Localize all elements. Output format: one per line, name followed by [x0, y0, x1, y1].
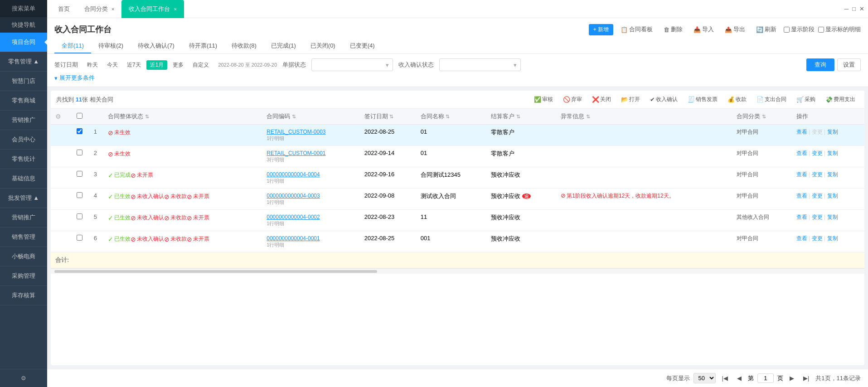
contract-name-cell: 11: [416, 210, 486, 231]
row-checkbox-2[interactable]: [77, 171, 82, 177]
status-tab-pending-payment[interactable]: 待收款(8): [224, 39, 264, 53]
sidebar-item-retail-stats[interactable]: 零售统计: [0, 150, 47, 169]
action-btn-expense-out[interactable]: 📄 支出合同: [753, 94, 790, 105]
sidebar-item-retail-mgmt[interactable]: 零售管理 ▲: [0, 52, 47, 72]
sidebar-settings[interactable]: ⚙: [0, 369, 47, 387]
sidebar-item-sales-mgmt[interactable]: 销售管理: [0, 227, 47, 247]
first-page-button[interactable]: |◀: [719, 374, 731, 382]
action-btn-purchase[interactable]: 🛒 采购: [793, 94, 819, 105]
op-变更-6[interactable]: 变更: [812, 235, 823, 242]
sidebar-item-marketing2[interactable]: 营销推广: [0, 208, 47, 227]
contract-code-link[interactable]: 0000000000004-0003: [267, 193, 320, 199]
date-option-more[interactable]: 更多: [169, 60, 187, 70]
action-btn-income-confirm[interactable]: ✔ 收入确认: [646, 94, 681, 105]
action-btn-close[interactable]: ❌ 关闭: [588, 94, 615, 105]
date-option-yesterday[interactable]: 昨天: [83, 60, 102, 70]
tab-close-income-workbench[interactable]: ×: [174, 0, 176, 18]
status-tab-pending-income-confirm[interactable]: 待收入确认(7): [131, 39, 182, 53]
sidebar-item-purchase-mgmt[interactable]: 采购管理: [0, 266, 47, 286]
op-查看-2[interactable]: 查看: [796, 150, 807, 156]
action-btn-expense-pay[interactable]: 💸 费用支出: [822, 94, 859, 105]
sidebar-quick-nav[interactable]: 快捷导航: [0, 17, 47, 33]
prev-page-button[interactable]: ◀: [734, 374, 744, 382]
page-input[interactable]: [757, 373, 774, 383]
delete-button[interactable]: 🗑 删除: [660, 24, 686, 35]
show-fields-checkbox[interactable]: 显示阶段: [784, 25, 815, 34]
op-变更-5[interactable]: 变更: [812, 214, 823, 220]
minimize-button[interactable]: ─: [844, 5, 849, 12]
date-option-last7[interactable]: 近7天: [123, 60, 145, 70]
status-tab-pending-review[interactable]: 待审核(2): [91, 39, 131, 53]
sidebar-item-xiaochang[interactable]: 小畅电商: [0, 247, 47, 266]
doc-status-select[interactable]: ▾: [311, 58, 393, 71]
row-checkbox-0[interactable]: [77, 128, 82, 134]
query-button[interactable]: 查询: [806, 58, 834, 71]
sidebar-item-retail-mall[interactable]: 零售商城: [0, 91, 47, 111]
next-page-button[interactable]: ▶: [787, 374, 797, 382]
sidebar-item-base-info[interactable]: 基础信息: [0, 169, 47, 189]
status-tab-pending-invoice[interactable]: 待开票(11): [182, 39, 224, 53]
action-btn-review[interactable]: ✅ 审核: [530, 94, 557, 105]
op-复制-3[interactable]: 复制: [827, 171, 838, 178]
op-复制-5[interactable]: 复制: [827, 214, 838, 220]
add-button[interactable]: + 新增: [589, 24, 613, 35]
sidebar-item-member-center[interactable]: 会员中心: [0, 130, 47, 150]
status-tab-changed[interactable]: 已变更(4): [343, 39, 382, 53]
maximize-button[interactable]: □: [852, 5, 856, 12]
op-变更-4[interactable]: 变更: [812, 193, 823, 199]
op-查看-5[interactable]: 查看: [796, 214, 807, 220]
status-tab-closed[interactable]: 已关闭(0): [303, 39, 343, 53]
op-查看-3[interactable]: 查看: [796, 171, 807, 178]
date-option-last1month[interactable]: 近1月: [146, 60, 168, 70]
import-button[interactable]: 📥 导入: [690, 24, 718, 35]
sidebar-item-wholesale-mgmt[interactable]: 批发管理 ▲: [0, 189, 47, 208]
contract-code-link[interactable]: 0000000000004-0004: [267, 171, 320, 178]
tab-contract-category[interactable]: 合同分类×: [77, 0, 121, 18]
set-button[interactable]: 设置: [837, 58, 861, 71]
sidebar-item-marketing[interactable]: 营销推广: [0, 111, 47, 130]
op-变更-1: 变更: [812, 129, 823, 135]
tab-home[interactable]: 首页: [51, 0, 77, 18]
op-查看-4[interactable]: 查看: [796, 193, 807, 199]
op-复制-6[interactable]: 复制: [827, 235, 838, 242]
sidebar-search[interactable]: 搜索菜单: [0, 0, 47, 17]
show-details-checkbox[interactable]: 显示标的明细: [818, 25, 861, 34]
action-btn-payment[interactable]: 💰 收款: [724, 94, 750, 105]
op-变更-2[interactable]: 变更: [812, 150, 823, 156]
status-tab-all[interactable]: 全部(11): [54, 39, 91, 53]
sidebar-item-project-contract[interactable]: 项目合同: [0, 33, 47, 52]
kanban-button[interactable]: 📋 合同看板: [617, 24, 656, 35]
tab-income-workbench[interactable]: 收入合同工作台×: [121, 0, 184, 18]
action-btn-sales-invoice[interactable]: 🧾 销售发票: [684, 94, 721, 105]
op-复制-1[interactable]: 复制: [827, 129, 838, 135]
last-page-button[interactable]: ▶|: [800, 374, 812, 382]
row-checkbox-1[interactable]: [77, 150, 82, 155]
sidebar-item-inventory[interactable]: 库存核算: [0, 286, 47, 305]
op-查看-1[interactable]: 查看: [796, 129, 807, 135]
op-查看-6[interactable]: 查看: [796, 235, 807, 242]
contract-code-link[interactable]: RETAIL_CUSTOM-0003: [267, 129, 325, 135]
income-confirm-select[interactable]: ▾: [439, 58, 521, 71]
status-tab-completed[interactable]: 已完成(1): [264, 39, 303, 53]
contract-code-link[interactable]: RETAIL_CUSTOM-0001: [267, 150, 325, 156]
refresh-button[interactable]: 🔄 刷新: [752, 24, 780, 35]
sidebar-item-smart-store[interactable]: 智慧门店: [0, 72, 47, 91]
date-option-today[interactable]: 今天: [103, 60, 121, 70]
tab-close-contract-category[interactable]: ×: [112, 0, 114, 18]
row-checkbox-5[interactable]: [77, 235, 82, 241]
select-all-checkbox[interactable]: [77, 113, 82, 119]
action-btn-abandon[interactable]: 🚫 弃审: [559, 94, 586, 105]
per-page-select[interactable]: 50: [693, 373, 716, 383]
export-button[interactable]: 📤 导出: [721, 24, 749, 35]
op-复制-2[interactable]: 复制: [827, 150, 838, 156]
action-btn-open[interactable]: 📂 打开: [617, 94, 644, 105]
contract-code-link[interactable]: 0000000000004-0002: [267, 214, 320, 220]
contract-code-link[interactable]: 0000000000004-0001: [267, 235, 320, 242]
op-复制-4[interactable]: 复制: [827, 193, 838, 199]
op-变更-3[interactable]: 变更: [812, 171, 823, 178]
row-checkbox-4[interactable]: [77, 213, 82, 219]
date-option-custom[interactable]: 自定义: [189, 60, 213, 70]
row-checkbox-3[interactable]: [77, 192, 82, 198]
expand-conditions-button[interactable]: ▾ 展开更多条件: [54, 74, 861, 82]
close-button[interactable]: ✕: [859, 5, 864, 12]
